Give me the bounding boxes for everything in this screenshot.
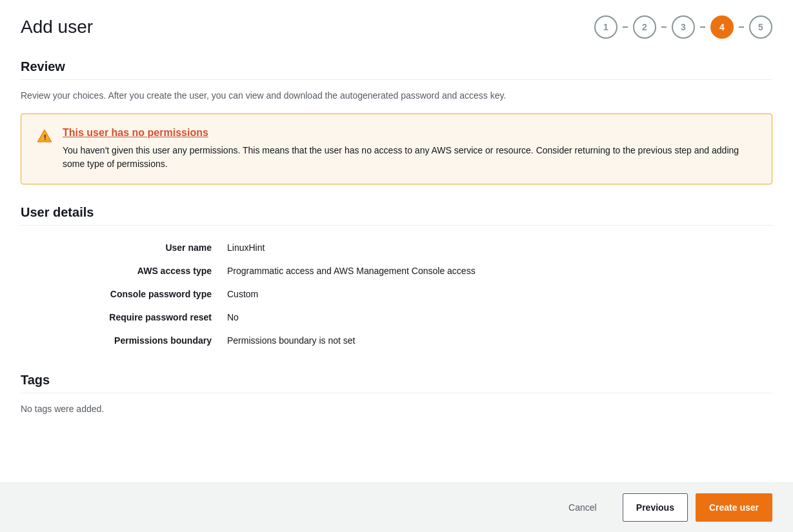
- warning-content: This user has no permissions You haven't…: [63, 127, 756, 171]
- footer-bar: Cancel Previous Create user: [0, 482, 793, 532]
- table-row: Console password type Custom: [21, 282, 772, 306]
- step-1[interactable]: 1: [594, 15, 617, 39]
- page-title: Add user: [21, 17, 93, 37]
- value-access-type: Programmatic access and AWS Management C…: [227, 259, 772, 282]
- value-password-reset: No: [227, 306, 772, 329]
- stepper: 1 2 3 4 5: [594, 15, 772, 39]
- warning-icon: !: [37, 128, 52, 144]
- label-password-reset: Require password reset: [21, 306, 227, 329]
- label-password-type: Console password type: [21, 282, 227, 306]
- tags-divider: [21, 393, 772, 393]
- warning-body: You haven't given this user any permissi…: [63, 144, 756, 171]
- cancel-button[interactable]: Cancel: [550, 493, 615, 522]
- user-details-title: User details: [21, 205, 772, 220]
- step-3[interactable]: 3: [672, 15, 695, 39]
- label-username: User name: [21, 236, 227, 259]
- value-username: LinuxHint: [227, 236, 772, 259]
- step-2[interactable]: 2: [633, 15, 656, 39]
- warning-title: This user has no permissions: [63, 127, 756, 139]
- table-row: Permissions boundary Permissions boundar…: [21, 329, 772, 352]
- create-user-button[interactable]: Create user: [696, 493, 772, 522]
- tags-title: Tags: [21, 373, 772, 388]
- tags-section: Tags No tags were added.: [21, 373, 772, 414]
- svg-text:!: !: [44, 133, 46, 141]
- step-connector-3: [700, 26, 705, 28]
- table-row: User name LinuxHint: [21, 236, 772, 259]
- table-row: Require password reset No: [21, 306, 772, 329]
- warning-box: ! This user has no permissions You haven…: [21, 113, 772, 184]
- review-section: Review Review your choices. After you cr…: [21, 59, 772, 101]
- details-table: User name LinuxHint AWS access type Prog…: [21, 236, 772, 352]
- step-connector-1: [623, 26, 628, 28]
- label-access-type: AWS access type: [21, 259, 227, 282]
- previous-button[interactable]: Previous: [623, 493, 688, 522]
- user-details-section: User details User name LinuxHint AWS acc…: [21, 205, 772, 352]
- header-row: Add user 1 2 3 4 5: [21, 15, 772, 39]
- tags-empty-message: No tags were added.: [21, 404, 772, 414]
- step-5[interactable]: 5: [749, 15, 772, 39]
- label-permissions-boundary: Permissions boundary: [21, 329, 227, 352]
- value-password-type: Custom: [227, 282, 772, 306]
- review-title: Review: [21, 59, 772, 74]
- user-details-divider: [21, 225, 772, 226]
- review-description: Review your choices. After you create th…: [21, 90, 772, 101]
- value-permissions-boundary: Permissions boundary is not set: [227, 329, 772, 352]
- review-divider: [21, 79, 772, 80]
- step-connector-2: [661, 26, 667, 28]
- step-connector-4: [739, 26, 744, 28]
- table-row: AWS access type Programmatic access and …: [21, 259, 772, 282]
- step-4[interactable]: 4: [710, 15, 734, 39]
